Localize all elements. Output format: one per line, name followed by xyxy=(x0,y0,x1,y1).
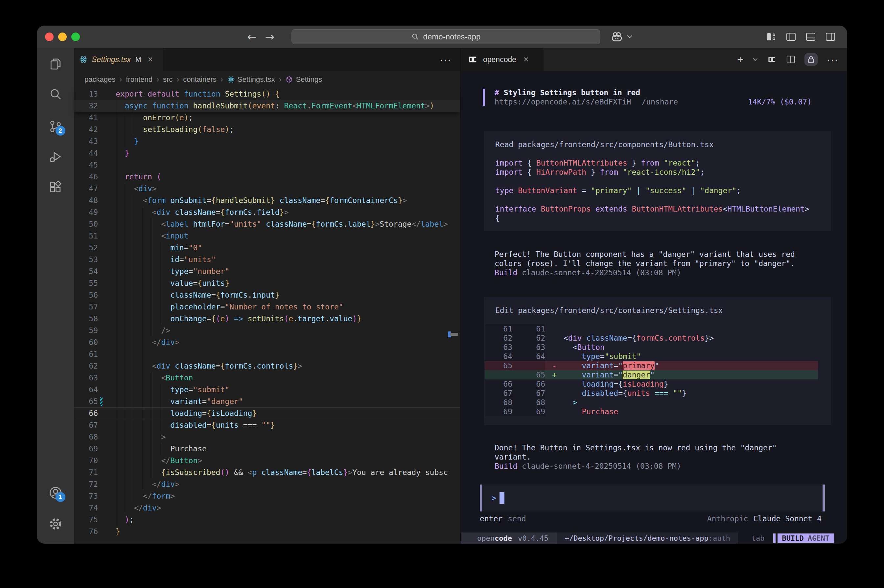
line-number[interactable]: 60 xyxy=(74,336,98,348)
line-number[interactable]: 59 xyxy=(74,324,98,336)
line-number[interactable]: 52 xyxy=(74,242,98,254)
code-line[interactable]: 72</div> xyxy=(74,478,460,490)
line-number[interactable]: 49 xyxy=(74,206,98,218)
line-number[interactable]: 65 xyxy=(74,396,98,407)
line-number[interactable]: 56 xyxy=(74,289,98,301)
line-number[interactable]: 50 xyxy=(74,218,98,230)
code-line[interactable]: 68> xyxy=(74,431,460,443)
code-line[interactable]: 43} xyxy=(74,135,460,147)
forward-arrow-icon[interactable]: → xyxy=(265,30,275,44)
code-line[interactable]: 52min="0" xyxy=(74,242,460,254)
line-number[interactable]: 48 xyxy=(74,195,98,206)
line-number[interactable]: 55 xyxy=(74,277,98,289)
breadcrumb-item-src[interactable]: src xyxy=(163,75,173,84)
line-number[interactable]: 57 xyxy=(74,301,98,313)
code-line[interactable]: 53id="units" xyxy=(74,254,460,266)
line-number[interactable]: 13 xyxy=(74,88,98,100)
sticky-line[interactable]: 13export default function Settings() { xyxy=(74,88,460,100)
prompt-input[interactable]: > xyxy=(480,484,825,512)
toggle-secondary-sidebar-icon[interactable] xyxy=(825,33,835,41)
close-window-button[interactable] xyxy=(45,33,54,41)
code-line[interactable]: 51<input xyxy=(74,230,460,242)
explorer-icon[interactable] xyxy=(48,57,63,71)
code-line[interactable]: 59/> xyxy=(74,324,460,336)
read-tool-title[interactable]: Read packages/frontend/src/components/Bu… xyxy=(495,140,831,149)
line-number[interactable]: 58 xyxy=(74,313,98,324)
close-tab-icon[interactable]: × xyxy=(147,54,153,65)
line-number[interactable]: 68 xyxy=(74,431,98,443)
run-debug-icon[interactable] xyxy=(48,150,63,164)
code-line[interactable]: 70</Button> xyxy=(74,454,460,466)
breadcrumb-item-frontend[interactable]: frontend xyxy=(126,75,153,84)
model-label[interactable]: Claude Sonnet 4 xyxy=(753,514,822,523)
line-number[interactable]: 69 xyxy=(74,443,98,454)
source-control-icon[interactable]: 2 xyxy=(48,119,63,134)
line-number[interactable]: 61 xyxy=(74,348,98,360)
code-line[interactable]: 49<div className={formCs.field}> xyxy=(74,206,460,218)
code-line[interactable]: 60</div> xyxy=(74,336,460,348)
line-number[interactable]: 63 xyxy=(74,372,98,384)
code-line[interactable]: 74</div> xyxy=(74,502,460,514)
code-line[interactable]: 58onChange={(e) => setUnits(e.target.val… xyxy=(74,313,460,324)
tab-opencode[interactable]: opencode × xyxy=(461,48,543,71)
line-number[interactable]: 54 xyxy=(74,266,98,277)
code-line[interactable]: 71{isSubscribed() && <p className={label… xyxy=(74,466,460,478)
line-number[interactable]: 75 xyxy=(74,514,98,526)
code-line[interactable]: 57placeholder="Number of notes to store" xyxy=(74,301,460,313)
toggle-primary-sidebar-icon[interactable] xyxy=(786,33,796,41)
code-line[interactable]: 41onError(e); xyxy=(74,112,460,123)
line-number[interactable]: 44 xyxy=(74,147,98,159)
lock-icon[interactable] xyxy=(804,53,818,66)
line-number[interactable]: 67 xyxy=(74,419,98,431)
line-number[interactable]: 62 xyxy=(74,360,98,372)
code-line[interactable]: 67disabled={units === ""} xyxy=(74,419,460,431)
breadcrumb-item-settings-tsx[interactable]: Settings.tsx xyxy=(227,75,275,84)
back-arrow-icon[interactable]: ← xyxy=(247,30,257,44)
code-line[interactable]: 75); xyxy=(74,514,460,526)
code-line[interactable]: 46return ( xyxy=(74,171,460,183)
zoom-window-button[interactable] xyxy=(71,33,80,41)
code-line[interactable]: 61 xyxy=(74,348,460,360)
command-center-search[interactable]: demo-notes-app xyxy=(291,29,600,44)
code-line[interactable]: 66loading={isLoading} xyxy=(74,407,460,419)
line-number[interactable]: 76 xyxy=(74,526,98,537)
settings-gear-icon[interactable] xyxy=(48,517,63,531)
code-line[interactable]: 73</form> xyxy=(74,490,460,502)
code-area[interactable]: 41onError(e);42setIsLoading(false);43}44… xyxy=(74,112,460,544)
code-line[interactable]: 50<label htmlFor="units" className={form… xyxy=(74,218,460,230)
session-share-url[interactable]: https://opencode.ai/s/eBdFXTiH xyxy=(495,97,631,106)
accounts-icon[interactable]: 1 xyxy=(48,486,63,500)
code-line[interactable]: 54type="number" xyxy=(74,266,460,277)
toggle-panel-icon[interactable] xyxy=(806,33,816,41)
breadcrumb-item-settings[interactable]: Settings xyxy=(285,75,322,84)
code-line[interactable]: 45 xyxy=(74,159,460,171)
line-number[interactable]: 51 xyxy=(74,230,98,242)
line-number[interactable]: 74 xyxy=(74,502,98,514)
code-line[interactable]: 55value={units} xyxy=(74,277,460,289)
code-line[interactable]: 47<div> xyxy=(74,183,460,195)
breadcrumb-item-packages[interactable]: packages xyxy=(84,75,116,84)
customize-layout-icon[interactable] xyxy=(766,33,776,41)
line-number[interactable]: 41 xyxy=(74,112,98,123)
copilot-menu[interactable] xyxy=(610,30,633,44)
line-number[interactable]: 66 xyxy=(74,407,98,419)
code-line[interactable]: 63<Button xyxy=(74,372,460,384)
code-line[interactable]: 42setIsLoading(false); xyxy=(74,123,460,135)
split-terminal-icon[interactable] xyxy=(786,55,795,64)
code-line[interactable]: 64type="submit" xyxy=(74,384,460,396)
provider-label[interactable]: Anthropic xyxy=(707,514,748,523)
minimize-window-button[interactable] xyxy=(58,33,67,41)
line-number[interactable]: 46 xyxy=(74,171,98,183)
line-number[interactable]: 64 xyxy=(74,384,98,396)
code-line[interactable]: 62<div className={formCs.controls}> xyxy=(74,360,460,372)
opencode-action-icon[interactable] xyxy=(767,55,777,64)
line-number[interactable]: 43 xyxy=(74,135,98,147)
line-number[interactable]: 42 xyxy=(74,123,98,135)
line-number[interactable]: 53 xyxy=(74,254,98,266)
breadcrumb-item-containers[interactable]: containers xyxy=(183,75,216,84)
unshare-command[interactable]: /unshare xyxy=(641,97,678,106)
extensions-icon[interactable] xyxy=(48,180,63,195)
line-number[interactable]: 72 xyxy=(74,478,98,490)
code-line[interactable]: 48<form onSubmit={handleSubmit} classNam… xyxy=(74,195,460,206)
line-number[interactable]: 73 xyxy=(74,490,98,502)
